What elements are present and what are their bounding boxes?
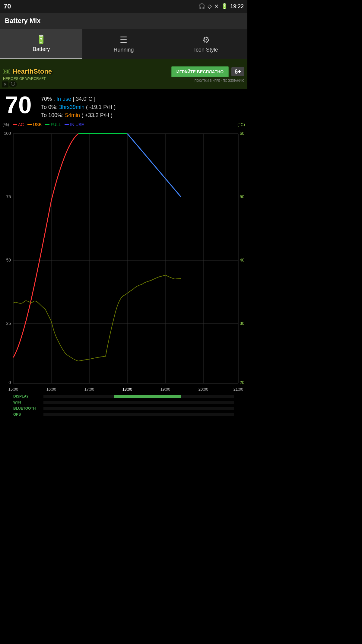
battery-percent: 70% (41, 96, 52, 102)
battery-info: 70 70% : In use [ 34.0°C ] To 0%: 3hrs39… (0, 89, 247, 121)
gps-label: GPS (13, 412, 43, 417)
battery-icon: 🔋 (221, 3, 228, 10)
ad-close-button[interactable]: ✕ (2, 81, 8, 87)
bluetooth-label: BLUETOOTH (13, 406, 43, 411)
battery-to-full-line: To 100%: 54min ( +33.2 P/H ) (41, 112, 116, 119)
display-activity-row: DISPLAY (13, 394, 234, 399)
battery-to-zero-line: To 0%: 3hrs39min ( -19.1 P/H ) (41, 104, 116, 110)
legend-temp-label: (°C) (237, 122, 245, 127)
title-bar: Battery Mix (0, 13, 247, 29)
svg-text:17:00: 17:00 (84, 387, 94, 392)
signal-strength: 70 (4, 2, 11, 10)
app-title: Battery Mix (5, 17, 41, 25)
svg-text:19:00: 19:00 (160, 387, 170, 392)
chart-svg: 100 75 50 25 0 60 50 40 30 20 (0, 128, 247, 394)
svg-line-23 (127, 134, 181, 197)
display-track (43, 395, 234, 398)
tab-battery-label: Battery (33, 46, 50, 52)
ad-info-button[interactable]: ⓘ (9, 81, 17, 87)
battery-level-number: 70 (5, 93, 35, 117)
display-label: DISPLAY (13, 394, 43, 398)
to-zero-rate: ( -19.1 P/H ) (86, 104, 116, 110)
legend-pct-label: (%) (2, 122, 9, 127)
svg-text:60: 60 (240, 131, 244, 136)
legend-full: FULL (45, 122, 61, 127)
tab-icon-style-label: Icon Style (194, 47, 218, 53)
tab-battery[interactable]: 🔋 Battery (0, 29, 82, 59)
svg-text:25: 25 (6, 321, 11, 326)
svg-text:50: 50 (240, 194, 244, 199)
svg-text:75: 75 (6, 194, 11, 199)
battery-tab-icon: 🔋 (36, 34, 46, 44)
svg-text:0: 0 (8, 380, 11, 385)
tab-icon-style[interactable]: ⚙ Icon Style (165, 29, 247, 59)
ad-rating: 6+ (231, 67, 244, 76)
legend-usb: USB (27, 122, 42, 127)
wifi-track (43, 401, 234, 404)
svg-text:30: 30 (240, 321, 244, 326)
signal-off-icon: ✕ (214, 3, 219, 10)
tab-running[interactable]: ☰ Running (82, 29, 165, 59)
to-full-time: 54min (65, 112, 80, 118)
battery-in-use: In use (56, 96, 71, 102)
legend-usb-dot (27, 124, 32, 125)
tab-bar: 🔋 Battery ☰ Running ⚙ Icon Style (0, 29, 247, 59)
svg-text:20: 20 (240, 380, 244, 385)
legend-usb-label: USB (33, 122, 42, 127)
ad-text: HS HearthStone HEROES OF WARCRAFT (3, 68, 52, 81)
legend-ac: AC (13, 122, 24, 127)
svg-text:100: 100 (4, 131, 11, 136)
status-icons: 🎧 ◇ ✕ 🔋 19:22 (198, 3, 244, 10)
display-segment (114, 395, 181, 398)
svg-text:40: 40 (240, 258, 244, 262)
to-full-label: To 100%: (41, 112, 64, 118)
gps-track (43, 413, 234, 416)
legend-ac-dot (13, 124, 17, 125)
icon-style-tab-icon: ⚙ (202, 35, 210, 45)
wifi-label: WIFI (13, 400, 43, 404)
activity-bars: DISPLAY WIFI BLUETOOTH GPS (0, 394, 247, 417)
gps-activity-row: GPS (13, 412, 234, 417)
ad-banner[interactable]: HS HearthStone HEROES OF WARCRAFT ИГРАЙТ… (0, 59, 247, 89)
svg-text:16:00: 16:00 (46, 387, 56, 392)
chart-legend: (%) AC USB FULL IN USE (°C) (0, 121, 247, 128)
battery-temperature: [ 34.0°C ] (73, 96, 95, 102)
ad-disclaimer: ПОКУПКИ В ИГРЕ · ПО ЖЕЛАНИЮ (195, 79, 244, 82)
legend-ac-label: AC (18, 122, 24, 127)
svg-text:15:00: 15:00 (8, 387, 18, 392)
legend-full-label: FULL (51, 122, 61, 127)
ad-hearthstone-icon: HS (3, 69, 10, 74)
running-tab-icon: ☰ (120, 35, 127, 45)
svg-text:50: 50 (6, 258, 11, 262)
legend-full-dot (45, 124, 49, 125)
wifi-off-icon: ◇ (208, 3, 212, 10)
legend-in-use-label: IN USE (70, 122, 84, 127)
battery-status-line: 70% : In use [ 34.0°C ] (41, 96, 116, 102)
ad-inner: HS HearthStone HEROES OF WARCRAFT ИГРАЙТ… (0, 59, 247, 89)
tab-running-label: Running (113, 47, 134, 53)
bluetooth-track (43, 407, 234, 410)
clock: 19:22 (230, 3, 244, 10)
to-zero-label: To 0%: (41, 104, 58, 110)
wifi-activity-row: WIFI (13, 400, 234, 405)
legend-in-use-dot (65, 124, 69, 125)
ad-subtitle: HEROES OF WARCRAFT (3, 77, 52, 81)
headset-icon: 🎧 (198, 3, 205, 10)
battery-details: 70% : In use [ 34.0°C ] To 0%: 3hrs39min… (41, 93, 116, 119)
bluetooth-activity-row: BLUETOOTH (13, 406, 234, 411)
legend-left: (%) AC USB FULL IN USE (2, 122, 84, 127)
to-zero-time: 3hrs39min (59, 104, 84, 110)
legend-in-use: IN USE (65, 122, 84, 127)
svg-text:21:00: 21:00 (233, 387, 243, 392)
ad-play-button[interactable]: ИГРАЙТЕ БЕСПЛАТНО (171, 66, 229, 77)
status-bar: 70 🎧 ◇ ✕ 🔋 19:22 (0, 0, 247, 13)
battery-chart: 100 75 50 25 0 60 50 40 30 20 (0, 128, 247, 394)
svg-text:20:00: 20:00 (198, 387, 208, 392)
to-full-rate: ( +33.2 P/H ) (81, 112, 113, 118)
svg-text:18:00: 18:00 (122, 387, 132, 392)
ad-title: HearthStone (12, 68, 52, 75)
